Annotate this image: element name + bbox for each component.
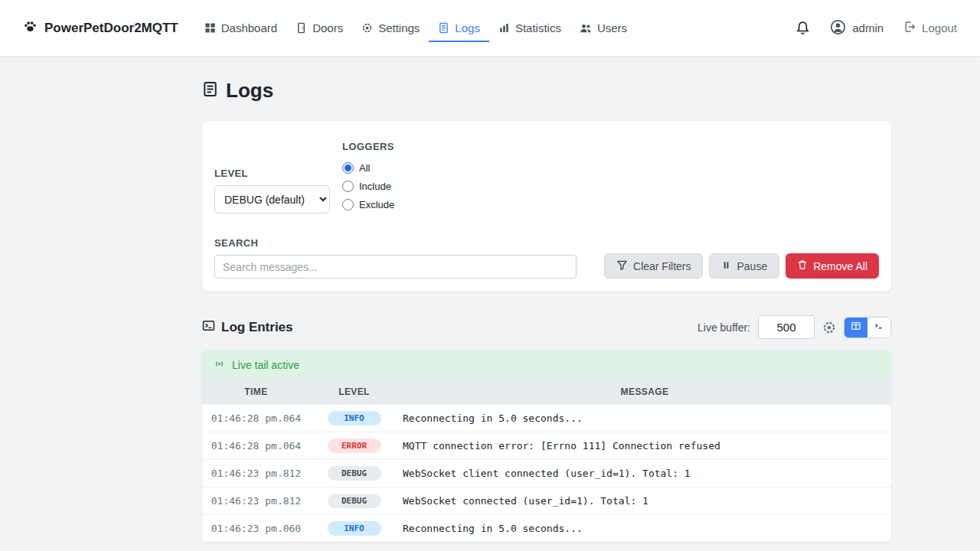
nav-label: Statistics — [515, 21, 561, 34]
pause-label: Pause — [737, 260, 767, 272]
logger-radio-all[interactable] — [342, 162, 354, 174]
main-nav: Dashboard Doors Settings Logs Statistics — [195, 14, 636, 42]
level-badge: DEBUG — [328, 494, 381, 508]
nav-item-users[interactable]: Users — [570, 14, 636, 42]
logout-label: Logout — [922, 21, 957, 34]
bar-chart-icon — [498, 22, 510, 34]
col-header-level: LEVEL — [310, 380, 398, 405]
page-title: Logs — [226, 79, 273, 103]
log-message: Reconnecting in 5.0 seconds... — [398, 405, 891, 432]
log-message: MQTT connection error: [Errno 111] Conne… — [398, 432, 891, 460]
col-header-message: MESSAGE — [398, 380, 891, 405]
nav-label: Logs — [455, 21, 480, 34]
level-select[interactable]: DEBUG (default) — [214, 185, 330, 214]
remove-all-button[interactable]: Remove All — [786, 253, 879, 279]
journal-title-icon — [202, 81, 218, 100]
app-brand: PowerPetDoor2MQTT — [23, 19, 178, 37]
main-content: Logs LEVEL DEBUG (default) LOGGERS All I… — [202, 79, 891, 542]
live-tail-text: Live tail active — [232, 359, 299, 371]
log-entries-header: Log Entries Live buffer: — [202, 315, 891, 339]
log-entries-card: Live tail active TIME LEVEL MESSAGE 01:4… — [202, 350, 891, 542]
log-message: WebSocket connected (user_id=1). Total: … — [398, 487, 891, 515]
logger-option-all[interactable]: All — [342, 158, 394, 177]
log-time: 01:46:23 pm.812 — [202, 487, 310, 515]
log-entries-icon — [202, 319, 215, 336]
loggers-label: LOGGERS — [342, 141, 394, 152]
trash-icon — [797, 259, 808, 272]
table-row: 01:46:23 pm.812 DEBUG WebSocket connecte… — [202, 487, 891, 515]
live-tail-banner: Live tail active — [202, 350, 891, 380]
level-badge: ERROR — [328, 439, 381, 453]
col-header-time: TIME — [202, 380, 310, 405]
level-filter-group: LEVEL DEBUG (default) — [214, 168, 330, 214]
logger-option-include[interactable]: Include — [342, 177, 394, 195]
level-badge: INFO — [328, 411, 381, 425]
page-header: Logs — [202, 79, 891, 103]
users-icon — [580, 22, 592, 34]
clear-filters-button[interactable]: Clear Filters — [604, 253, 703, 279]
remove-all-label: Remove All — [813, 260, 867, 272]
log-time: 01:46:23 pm.812 — [202, 460, 310, 487]
log-entries-title: Log Entries — [202, 319, 293, 336]
live-buffer-input[interactable] — [758, 315, 815, 339]
navbar-right: admin Logout — [795, 19, 957, 37]
log-settings-gear-icon[interactable] — [822, 321, 836, 334]
nav-item-logs[interactable]: Logs — [429, 14, 489, 42]
nav-item-settings[interactable]: Settings — [352, 14, 429, 42]
logger-option-label: All — [359, 162, 370, 174]
dashboard-icon — [204, 22, 216, 34]
level-badge: INFO — [328, 521, 381, 536]
terminal-view-toggle[interactable] — [867, 318, 890, 337]
journal-icon — [438, 22, 449, 34]
search-group: SEARCH — [214, 237, 577, 279]
level-badge: DEBUG — [328, 466, 381, 481]
log-message: Reconnecting in 5.0 seconds... — [398, 515, 891, 543]
table-row: 01:46:23 pm.060 INFO Reconnecting in 5.0… — [202, 515, 891, 543]
nav-label: Dashboard — [221, 21, 277, 34]
logger-option-exclude[interactable]: Exclude — [342, 195, 394, 214]
log-time: 01:46:23 pm.060 — [202, 515, 310, 543]
nav-label: Users — [597, 21, 627, 34]
app-title: PowerPetDoor2MQTT — [44, 21, 178, 36]
log-table: TIME LEVEL MESSAGE 01:46:28 pm.064 INFO … — [202, 380, 891, 542]
log-controls: Live buffer: — [697, 315, 891, 339]
logger-radio-include[interactable] — [342, 181, 354, 192]
table-header-row: TIME LEVEL MESSAGE — [202, 380, 891, 405]
gear-icon — [361, 22, 373, 34]
nav-label: Settings — [378, 21, 420, 34]
terminal-icon — [874, 321, 884, 334]
user-menu[interactable]: admin — [830, 19, 884, 37]
level-label: LEVEL — [214, 168, 330, 179]
nav-item-doors[interactable]: Doors — [286, 14, 352, 42]
logger-option-label: Include — [359, 181, 391, 192]
clear-filters-label: Clear Filters — [633, 260, 691, 272]
person-circle-icon — [830, 19, 846, 37]
notifications-bell-icon[interactable] — [795, 21, 810, 35]
pause-icon — [721, 260, 731, 272]
nav-item-statistics[interactable]: Statistics — [489, 14, 570, 42]
logger-option-label: Exclude — [359, 199, 394, 210]
log-time: 01:46:28 pm.064 — [202, 405, 310, 432]
filters-card: LEVEL DEBUG (default) LOGGERS All Includ… — [202, 121, 891, 292]
top-navbar: PowerPetDoor2MQTT Dashboard Doors Settin… — [0, 0, 980, 56]
filter-actions: Clear Filters Pause Remove All — [604, 253, 879, 279]
live-buffer-label: Live buffer: — [697, 321, 750, 334]
table-row: 01:46:28 pm.064 INFO Reconnecting in 5.0… — [202, 405, 891, 432]
broadcast-icon — [214, 358, 225, 372]
nav-item-dashboard[interactable]: Dashboard — [195, 14, 286, 42]
filter-icon — [616, 259, 628, 273]
log-message: WebSocket client connected (user_id=1). … — [398, 460, 891, 487]
log-time: 01:46:28 pm.064 — [202, 432, 310, 460]
logout-icon — [903, 21, 916, 35]
logger-radio-exclude[interactable] — [342, 199, 354, 210]
table-row: 01:46:23 pm.812 DEBUG WebSocket client c… — [202, 460, 891, 487]
door-icon — [296, 22, 307, 34]
view-toggle-group — [844, 317, 891, 338]
log-entries-title-text: Log Entries — [221, 320, 293, 335]
pause-button[interactable]: Pause — [709, 253, 779, 279]
nav-label: Doors — [312, 21, 343, 34]
table-view-toggle[interactable] — [844, 318, 867, 337]
logout-button[interactable]: Logout — [903, 21, 957, 35]
table-row: 01:46:28 pm.064 ERROR MQTT connection er… — [202, 432, 891, 460]
search-input[interactable] — [214, 255, 577, 279]
